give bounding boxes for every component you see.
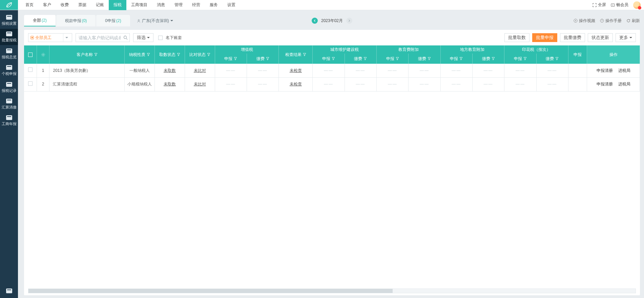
sidebar-item-报税总览[interactable]: 报税总览	[0, 46, 18, 62]
dash-cell: ——	[377, 64, 409, 78]
th-sub[interactable]: 缴费	[418, 56, 426, 62]
nav-首页[interactable]: 首页	[21, 0, 38, 10]
filter-icon[interactable]	[363, 57, 367, 60]
th-sub[interactable]: 申报	[224, 56, 232, 62]
th-sub[interactable]: 申报	[450, 56, 458, 62]
batch-declare-button[interactable]: 批量申报	[532, 33, 557, 42]
manual-link[interactable]: 操作手册	[600, 18, 622, 24]
filter-icon[interactable]	[207, 53, 210, 56]
period-prev-button[interactable]	[312, 18, 318, 24]
filter-icon[interactable]	[555, 57, 559, 60]
tab-全部[interactable]: 全部(2)	[24, 15, 56, 26]
filter-icon[interactable]	[523, 57, 527, 60]
horizontal-scrollbar[interactable]	[28, 289, 636, 293]
filter-icon[interactable]	[94, 53, 98, 56]
th-sub[interactable]: 缴费	[354, 56, 362, 62]
sidebar-item-个税申报[interactable]: 个税申报	[0, 62, 18, 78]
op-tax-bureau[interactable]: 进税局	[618, 82, 630, 86]
sidebar-item-报税设置[interactable]: 报税设置	[0, 12, 18, 28]
nav-票据[interactable]: 票据	[74, 0, 91, 10]
fetch-link[interactable]: 未取数	[164, 68, 176, 73]
search-wrap	[76, 33, 130, 42]
batch-pay-button[interactable]: 批量缴费	[560, 33, 585, 42]
below-customer-input[interactable]	[158, 36, 163, 40]
nav-客户[interactable]: 客户	[38, 0, 56, 10]
filter-icon[interactable]	[266, 57, 269, 60]
op-declare-list[interactable]: 申报清册	[597, 68, 613, 73]
below-customer-checkbox[interactable]: 名下账套	[157, 35, 182, 41]
sidebar-item-汇算清缴[interactable]: 汇算清缴	[0, 96, 18, 112]
main-panel: 全部员工 筛选 名下账套 批量取数	[24, 30, 640, 295]
th-compare[interactable]: 比对状态	[189, 52, 206, 58]
table-row: 12013（陈美芳勿删）一般纳税人未取数未比对————未检查——————————…	[24, 64, 640, 78]
nav-经营[interactable]: 经营	[187, 0, 205, 10]
customer-search-input[interactable]	[76, 33, 130, 42]
tab-税款申报[interactable]: 税款申报(0)	[56, 15, 96, 26]
fullscreen-button[interactable]: 全屏	[591, 0, 607, 10]
nav-设置[interactable]: 设置	[223, 0, 240, 10]
sidebar-item-collapse[interactable]	[0, 286, 18, 295]
row-checkbox[interactable]	[28, 81, 33, 86]
op-tax-bureau[interactable]: 进税局	[618, 68, 630, 73]
check-link[interactable]: 未检查	[290, 82, 302, 86]
filter-button[interactable]: 筛选	[133, 33, 153, 42]
member-button[interactable]: 畅会员	[609, 0, 630, 10]
nav-报税[interactable]: 报税	[109, 0, 126, 10]
row-checkbox[interactable]	[28, 67, 33, 72]
gear-icon[interactable]	[41, 53, 45, 57]
table-scroll[interactable]: 客户名称 纳税性质 取数状态 比对状态 增值税 检查结果 城市维护建设税 教育费…	[24, 45, 640, 289]
filter-icon[interactable]	[234, 57, 237, 60]
th-sub[interactable]: 申报	[322, 56, 330, 62]
scrollbar-thumb[interactable]	[28, 289, 393, 293]
th-sub[interactable]: 缴费	[546, 56, 554, 62]
period-next-button[interactable]	[346, 18, 352, 24]
tab-0申报[interactable]: 0申报(2)	[96, 15, 130, 26]
nav-服务[interactable]: 服务	[205, 0, 223, 10]
tab-strip: 全部(2)税款申报(0)0申报(2)	[24, 15, 131, 26]
region-selector[interactable]: 广东(不含深圳)	[133, 16, 176, 25]
select-all-checkbox[interactable]	[28, 53, 33, 57]
filter-icon[interactable]	[428, 57, 431, 60]
status-update-button[interactable]: 状态更新	[588, 33, 613, 42]
sidebar-icon	[6, 99, 12, 103]
toolbar: 全部员工 筛选 名下账套 批量取数	[24, 30, 640, 45]
more-button[interactable]: 更多	[616, 33, 636, 42]
fullscreen-label: 全屏	[598, 2, 606, 8]
refresh-link[interactable]: 刷新	[626, 18, 640, 24]
user-avatar[interactable]	[633, 1, 641, 9]
nav-记账[interactable]: 记账	[91, 0, 109, 10]
compare-link[interactable]: 未比对	[194, 68, 206, 73]
filter-icon[interactable]	[332, 57, 335, 60]
th-check[interactable]: 检查结果	[285, 52, 302, 58]
nav-工商项目[interactable]: 工商项目	[126, 0, 152, 10]
sidebar-item-工商年报[interactable]: 工商年报	[0, 113, 18, 128]
th-sub[interactable]: 缴费	[482, 56, 490, 62]
sidebar-item-批量报税[interactable]: 批量报税	[0, 29, 18, 45]
th-customer[interactable]: 客户名称	[77, 52, 93, 58]
filter-icon[interactable]	[459, 57, 463, 60]
compare-link[interactable]: 未比对	[194, 82, 206, 86]
th-sub[interactable]: 缴费	[256, 56, 265, 62]
employee-select[interactable]: 全部员工	[28, 33, 72, 42]
fetch-link[interactable]: 未取数	[164, 82, 176, 86]
th-sub[interactable]: 申报	[514, 56, 522, 62]
nav-管理[interactable]: 管理	[170, 0, 187, 10]
th-nature[interactable]: 纳税性质	[129, 52, 145, 58]
filter-icon[interactable]	[396, 57, 399, 60]
filter-icon[interactable]	[492, 57, 495, 60]
tab-count: (2)	[42, 18, 47, 23]
app-logo[interactable]	[0, 0, 18, 10]
dash-cell: ——	[313, 64, 345, 78]
th-fetch[interactable]: 取数状态	[159, 52, 175, 58]
check-link[interactable]: 未检查	[290, 68, 302, 73]
th-sub[interactable]: 申报	[386, 56, 394, 62]
nav-消息[interactable]: 消息	[152, 0, 170, 10]
batch-fetch-button[interactable]: 批量取数	[504, 33, 529, 42]
nav-收费[interactable]: 收费	[56, 0, 74, 10]
video-link[interactable]: 操作视频	[574, 18, 595, 24]
filter-icon[interactable]	[303, 53, 306, 56]
filter-icon[interactable]	[177, 53, 180, 56]
op-declare-list[interactable]: 申报清册	[597, 82, 613, 86]
filter-icon[interactable]	[147, 53, 150, 56]
sidebar-item-报税记录[interactable]: 报税记录	[0, 79, 18, 95]
